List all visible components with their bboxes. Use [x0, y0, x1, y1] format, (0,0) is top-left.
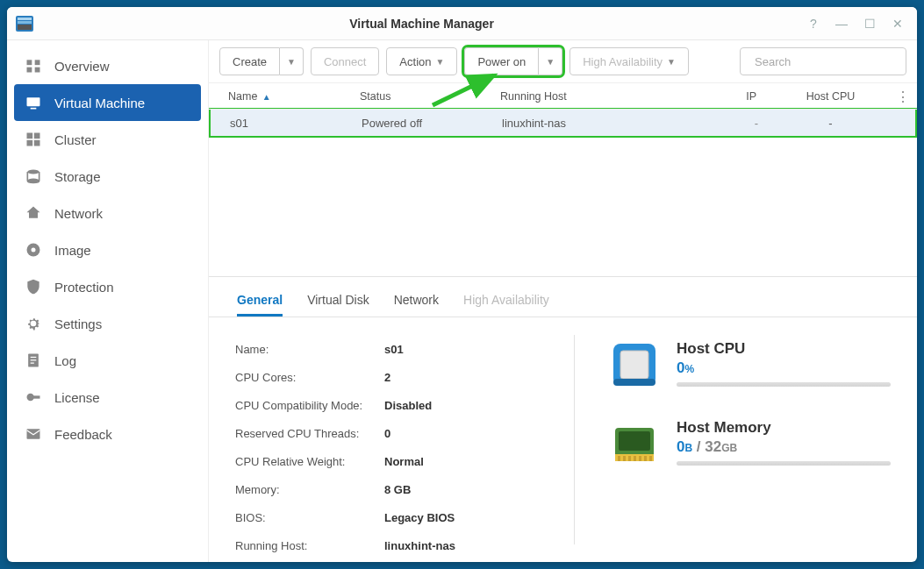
- prop-label-reserved: Reserved CPU Threads:: [235, 427, 384, 440]
- table-row[interactable]: s01 Powered off linuxhint-nas - -: [211, 110, 915, 136]
- details-body: Name:s01 CPU Cores:2 CPU Compatibility M…: [209, 317, 917, 562]
- sidebar-item-feedback[interactable]: Feedback: [14, 416, 201, 452]
- vm-table: Name ▲ Status Running Host IP Host CPU ⋮…: [209, 82, 917, 276]
- search-box[interactable]: [740, 47, 906, 75]
- svg-rect-3: [18, 25, 32, 30]
- svg-rect-6: [27, 68, 32, 73]
- maximize-button[interactable]: ☐: [857, 13, 882, 34]
- cell-status: Powered off: [362, 117, 502, 130]
- sidebar-item-cluster[interactable]: Cluster: [14, 121, 201, 158]
- sidebar-item-storage[interactable]: Storage: [14, 158, 201, 195]
- search-input[interactable]: [755, 55, 902, 68]
- license-icon: [25, 388, 42, 406]
- prop-value-compat: Disabled: [384, 399, 432, 412]
- sidebar-item-virtual-machine[interactable]: Virtual Machine: [14, 84, 201, 121]
- log-icon: [25, 352, 42, 369]
- tab-virtual-disk[interactable]: Virtual Disk: [307, 286, 369, 317]
- svg-rect-28: [620, 351, 648, 379]
- col-header-name[interactable]: Name ▲: [228, 90, 360, 103]
- close-button[interactable]: ✕: [885, 13, 910, 34]
- svg-rect-19: [31, 357, 37, 358]
- sort-asc-icon: ▲: [262, 92, 271, 102]
- sidebar-item-log[interactable]: Log: [14, 342, 201, 379]
- cell-host: linuxhint-nas: [502, 117, 634, 130]
- gear-icon: [25, 315, 42, 332]
- caret-down-icon: ▼: [287, 57, 296, 67]
- sidebar-item-label: Log: [54, 353, 76, 368]
- col-header-ip[interactable]: IP: [632, 90, 763, 103]
- svg-rect-9: [31, 108, 37, 110]
- app-icon: [14, 13, 35, 34]
- svg-rect-7: [35, 68, 40, 73]
- sidebar-item-overview[interactable]: Overview: [14, 47, 201, 84]
- caret-down-icon: ▼: [436, 57, 445, 67]
- protection-icon: [25, 278, 42, 295]
- svg-point-15: [27, 179, 39, 183]
- tab-general[interactable]: General: [237, 286, 283, 317]
- prop-label-memory: Memory:: [235, 483, 384, 496]
- create-dropdown[interactable]: ▼: [280, 47, 304, 75]
- tab-network[interactable]: Network: [394, 286, 439, 317]
- general-properties: Name:s01 CPU Cores:2 CPU Compatibility M…: [235, 335, 539, 544]
- metric-memory-value: 0B / 32GB: [677, 438, 891, 456]
- svg-rect-33: [618, 456, 620, 461]
- svg-rect-21: [31, 363, 34, 364]
- sidebar-item-settings[interactable]: Settings: [14, 305, 201, 342]
- svg-rect-11: [34, 133, 40, 139]
- svg-rect-38: [644, 456, 647, 461]
- metric-cpu: Host CPU 0%: [610, 340, 891, 389]
- image-icon: [25, 241, 42, 259]
- svg-rect-35: [628, 456, 631, 461]
- col-header-status[interactable]: Status: [360, 90, 500, 103]
- sidebar-item-label: Storage: [54, 169, 101, 184]
- svg-point-22: [27, 394, 34, 401]
- metric-memory-title: Host Memory: [677, 419, 891, 437]
- overview-icon: [25, 57, 42, 75]
- col-header-host[interactable]: Running Host: [500, 90, 632, 103]
- svg-rect-4: [27, 60, 32, 65]
- sidebar-item-protection[interactable]: Protection: [14, 268, 201, 305]
- prop-label-host: Running Host:: [235, 539, 384, 552]
- sidebar-item-label: Protection: [54, 280, 114, 295]
- prop-value-reserved: 0: [384, 427, 390, 440]
- sidebar-item-license[interactable]: License: [14, 379, 201, 416]
- sidebar-item-label: Image: [54, 243, 91, 258]
- minimize-button[interactable]: —: [829, 13, 854, 34]
- details-panel: General Virtual Disk Network High Availa…: [209, 276, 917, 562]
- network-icon: [25, 204, 42, 222]
- prop-value-host: linuxhint-nas: [384, 539, 455, 552]
- toolbar: Create ▼ Connect Action▼ Power on ▼ High…: [209, 40, 917, 82]
- svg-rect-8: [27, 97, 40, 106]
- prop-label-name: Name:: [235, 343, 384, 356]
- cell-ip: -: [634, 117, 765, 130]
- cell-name: s01: [230, 117, 362, 130]
- sidebar-item-label: License: [54, 390, 100, 405]
- prop-value-name: s01: [384, 343, 404, 356]
- power-on-dropdown[interactable]: ▼: [539, 47, 562, 75]
- col-header-cpu[interactable]: Host CPU: [763, 90, 898, 103]
- window: Virtual Machine Manager ? — ☐ ✕ Overview…: [7, 7, 917, 562]
- sidebar-item-label: Cluster: [54, 132, 97, 147]
- sidebar-item-label: Virtual Machine: [54, 96, 145, 110]
- window-controls: ? — ☐ ✕: [801, 13, 910, 34]
- svg-rect-29: [613, 379, 655, 386]
- titlebar: Virtual Machine Manager ? — ☐ ✕: [7, 7, 917, 40]
- content-area: Create ▼ Connect Action▼ Power on ▼ High…: [209, 40, 917, 562]
- help-button[interactable]: ?: [801, 13, 826, 34]
- divider: [574, 335, 575, 544]
- metric-memory-bar: [677, 461, 891, 466]
- action-button[interactable]: Action▼: [386, 47, 457, 75]
- host-metrics: Host CPU 0% Host Memory 0B / 32GB: [610, 335, 891, 544]
- column-options-button[interactable]: ⋮: [896, 89, 910, 105]
- sidebar-item-network[interactable]: Network: [14, 195, 201, 231]
- svg-rect-23: [33, 395, 40, 398]
- svg-rect-20: [31, 359, 37, 360]
- power-on-button[interactable]: Power on: [464, 47, 539, 75]
- metric-memory: Host Memory 0B / 32GB: [610, 419, 891, 468]
- prop-value-memory: 8 GB: [384, 483, 411, 496]
- feedback-icon: [25, 425, 42, 443]
- prop-label-bios: BIOS:: [235, 511, 384, 524]
- create-button[interactable]: Create: [219, 47, 280, 75]
- sidebar-item-image[interactable]: Image: [14, 231, 201, 268]
- sidebar: Overview Virtual Machine Cluster Storage…: [7, 40, 209, 562]
